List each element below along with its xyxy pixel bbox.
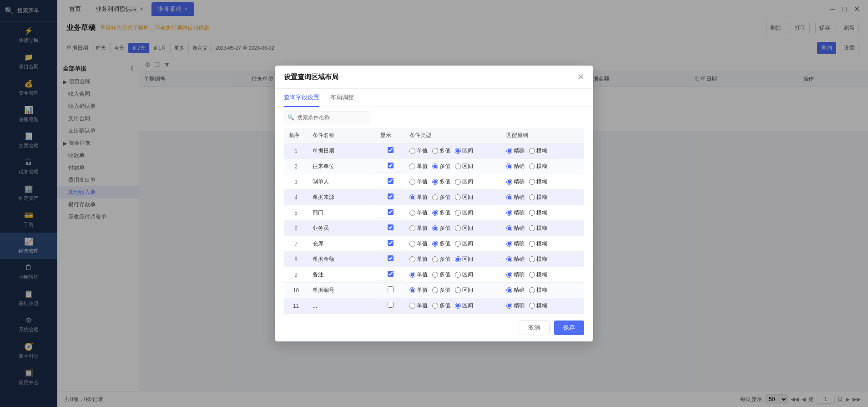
match-radio-模糊[interactable]: 模糊 <box>529 271 547 279</box>
match-radio-精确[interactable]: 精确 <box>506 209 525 217</box>
modal-save-button[interactable]: 保存 <box>554 321 584 335</box>
type-radio-单值[interactable]: 单值 <box>409 302 428 310</box>
row-match[interactable]: 精确模糊 <box>502 236 584 252</box>
type-radio-单值[interactable]: 单值 <box>409 271 428 279</box>
show-checkbox-2[interactable] <box>388 163 394 168</box>
match-radio-精确[interactable]: 精确 <box>506 240 525 248</box>
match-radio-精确[interactable]: 精确 <box>506 302 525 310</box>
row-match[interactable]: 精确模糊 <box>502 298 584 314</box>
show-checkbox-4[interactable] <box>388 193 394 199</box>
type-radio-多值[interactable]: 多值 <box>432 193 450 201</box>
row-show[interactable] <box>376 267 405 281</box>
type-radio-多值[interactable]: 多值 <box>432 224 450 232</box>
type-radio-单值[interactable]: 单值 <box>409 286 428 294</box>
type-radio-区间[interactable]: 区间 <box>455 271 473 279</box>
row-type[interactable]: 单值多值区间 <box>405 267 502 283</box>
match-radio-模糊[interactable]: 模糊 <box>529 224 547 232</box>
cancel-button[interactable]: 取消 <box>519 321 550 335</box>
match-radio-精确[interactable]: 精确 <box>506 178 525 186</box>
type-radio-区间[interactable]: 区间 <box>455 240 473 248</box>
row-type[interactable]: 单值多值区间 <box>405 159 502 174</box>
show-checkbox-6[interactable] <box>388 224 394 230</box>
type-radio-区间[interactable]: 区间 <box>455 147 473 155</box>
type-radio-单值[interactable]: 单值 <box>409 255 428 263</box>
row-show[interactable] <box>376 143 405 157</box>
modal-overlay[interactable]: 设置查询区域布局 ✕ 查询字段设置 布局调整 🔍 顺序 条件名称 显示 条件类型 <box>0 0 868 407</box>
row-show[interactable] <box>376 252 405 265</box>
row-show[interactable] <box>376 159 405 173</box>
row-type[interactable]: 单值多值区间 <box>405 174 502 190</box>
type-radio-区间[interactable]: 区间 <box>455 163 473 170</box>
match-radio-模糊[interactable]: 模糊 <box>529 163 547 170</box>
row-show[interactable] <box>376 298 405 312</box>
row-show[interactable] <box>376 174 405 188</box>
modal-search-input[interactable] <box>284 112 370 123</box>
row-type[interactable]: 单值多值区间 <box>405 298 502 314</box>
match-radio-精确[interactable]: 精确 <box>506 255 525 263</box>
row-type[interactable]: 单值多值区间 <box>405 283 502 298</box>
match-radio-模糊[interactable]: 模糊 <box>529 147 547 155</box>
show-checkbox-11[interactable] <box>388 302 394 308</box>
type-radio-多值[interactable]: 多值 <box>432 163 450 170</box>
row-match[interactable]: 精确模糊 <box>502 221 584 236</box>
match-radio-精确[interactable]: 精确 <box>506 224 525 232</box>
row-type[interactable]: 单值多值区间 <box>405 252 502 267</box>
show-checkbox-5[interactable] <box>388 209 394 215</box>
row-match[interactable]: 精确模糊 <box>502 267 584 283</box>
type-radio-多值[interactable]: 多值 <box>432 240 450 248</box>
type-radio-区间[interactable]: 区间 <box>455 178 473 186</box>
type-radio-区间[interactable]: 区间 <box>455 286 473 294</box>
type-radio-多值[interactable]: 多值 <box>432 178 450 186</box>
row-type[interactable]: 单值多值区间 <box>405 143 502 159</box>
match-radio-精确[interactable]: 精确 <box>506 163 525 170</box>
type-radio-单值[interactable]: 单值 <box>409 240 428 248</box>
match-radio-模糊[interactable]: 模糊 <box>529 286 547 294</box>
type-radio-单值[interactable]: 单值 <box>409 147 428 155</box>
modal-tab-layout[interactable]: 布局调整 <box>330 89 354 107</box>
type-radio-多值[interactable]: 多值 <box>432 255 450 263</box>
match-radio-模糊[interactable]: 模糊 <box>529 209 547 217</box>
match-radio-模糊[interactable]: 模糊 <box>529 240 547 248</box>
row-type[interactable]: 单值多值区间 <box>405 205 502 221</box>
row-show[interactable] <box>376 283 405 296</box>
type-radio-单值[interactable]: 单值 <box>409 209 428 217</box>
match-radio-模糊[interactable]: 模糊 <box>529 302 547 310</box>
row-match[interactable]: 精确模糊 <box>502 174 584 190</box>
row-type[interactable]: 单值多值区间 <box>405 221 502 236</box>
row-show[interactable] <box>376 236 405 250</box>
type-radio-单值[interactable]: 单值 <box>409 163 428 170</box>
modal-tab-fields[interactable]: 查询字段设置 <box>284 89 319 107</box>
type-radio-多值[interactable]: 多值 <box>432 271 450 279</box>
type-radio-多值[interactable]: 多值 <box>432 147 450 155</box>
modal-close-button[interactable]: ✕ <box>577 72 584 82</box>
row-match[interactable]: 精确模糊 <box>502 283 584 298</box>
type-radio-单值[interactable]: 单值 <box>409 193 428 201</box>
type-radio-区间[interactable]: 区间 <box>455 302 473 310</box>
match-radio-精确[interactable]: 精确 <box>506 286 525 294</box>
type-radio-多值[interactable]: 多值 <box>432 209 450 217</box>
type-radio-区间[interactable]: 区间 <box>455 193 473 201</box>
type-radio-单值[interactable]: 单值 <box>409 224 428 232</box>
row-type[interactable]: 单值多值区间 <box>405 236 502 252</box>
type-radio-多值[interactable]: 多值 <box>432 286 450 294</box>
match-radio-模糊[interactable]: 模糊 <box>529 178 547 186</box>
row-match[interactable]: 精确模糊 <box>502 159 584 174</box>
type-radio-多值[interactable]: 多值 <box>432 302 450 310</box>
show-checkbox-3[interactable] <box>388 178 394 184</box>
row-match[interactable]: 精确模糊 <box>502 190 584 205</box>
type-radio-单值[interactable]: 单值 <box>409 178 428 186</box>
row-show[interactable] <box>376 190 405 204</box>
row-show[interactable] <box>376 221 405 234</box>
row-show[interactable] <box>376 205 405 219</box>
type-radio-区间[interactable]: 区间 <box>455 224 473 232</box>
show-checkbox-1[interactable] <box>388 147 394 153</box>
match-radio-精确[interactable]: 精确 <box>506 271 525 279</box>
show-checkbox-10[interactable] <box>388 286 394 292</box>
row-match[interactable]: 精确模糊 <box>502 143 584 159</box>
match-radio-精确[interactable]: 精确 <box>506 147 525 155</box>
row-type[interactable]: 单值多值区间 <box>405 190 502 205</box>
type-radio-区间[interactable]: 区间 <box>455 255 473 263</box>
match-radio-精确[interactable]: 精确 <box>506 193 525 201</box>
row-match[interactable]: 精确模糊 <box>502 205 584 221</box>
row-match[interactable]: 精确模糊 <box>502 252 584 267</box>
